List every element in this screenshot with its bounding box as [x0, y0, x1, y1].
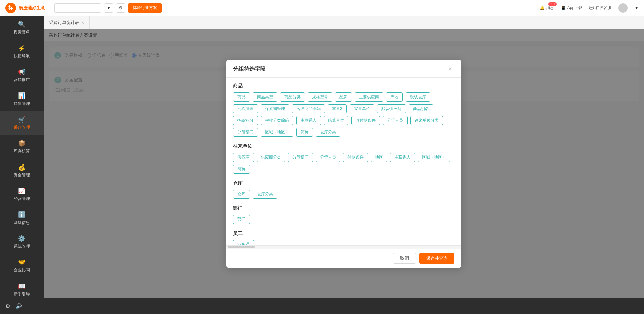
field-tag-goods-22[interactable]: 分管部门	[233, 128, 258, 137]
sidebar-label-11: 新手引导	[14, 291, 30, 297]
notification-btn[interactable]: 🔔 消息 99+	[540, 5, 554, 11]
sidebar-item-4[interactable]: 🛒采购管理	[0, 111, 44, 135]
notification-badge: 99+	[548, 2, 557, 6]
field-section-warehouse: 仓库仓库仓库分类	[233, 180, 454, 199]
settings-btn[interactable]: ⚙	[116, 3, 125, 13]
field-section-goods: 商品商品商品类型商品分类规格型号品牌主要供应商产地默认仓库批次管理保质期管理客户…	[233, 83, 454, 137]
sidebar-icon-7: 📈	[18, 187, 25, 195]
bottom-sound-icon[interactable]: 🔊	[15, 303, 22, 309]
tab-close-1[interactable]: ×	[82, 20, 84, 25]
top-right-area: 🔔 消息 99+ 📱 App下载 💬 在线客服 ▼	[540, 3, 639, 13]
field-tags-goods: 商品商品类型商品分类规格型号品牌主要供应商产地默认仓库批次管理保质期管理客户商品…	[233, 92, 454, 137]
field-tag-goods-25[interactable]: 仓库分类	[316, 128, 340, 137]
field-tag-goods-20[interactable]: 分管人员	[383, 116, 408, 125]
sidebar-label-0: 搜索菜单	[14, 29, 30, 35]
hscroll-track	[226, 246, 461, 249]
field-tag-partner-4[interactable]: 付款条件	[343, 153, 368, 162]
field-tag-goods-5[interactable]: 主要供应商	[355, 92, 383, 102]
field-tag-goods-17[interactable]: 主联系人	[296, 116, 321, 125]
field-tag-goods-12[interactable]: 零售单位	[350, 104, 374, 113]
sidebar-label-4: 采购管理	[14, 125, 30, 130]
search-dropdown-btn[interactable]: ▼	[104, 3, 113, 13]
field-tag-goods-10[interactable]: 客户商品编码	[292, 104, 325, 113]
field-tag-goods-8[interactable]: 批次管理	[233, 104, 258, 113]
online-service-btn[interactable]: 💬 在线客服	[589, 5, 611, 11]
confirm-button[interactable]: 保存并查询	[419, 253, 454, 264]
sidebar-icon-1: ⚡	[18, 45, 25, 52]
field-tag-goods-14[interactable]: 商品别名	[409, 104, 433, 113]
field-tag-goods-6[interactable]: 产地	[386, 92, 403, 102]
field-tag-goods-24[interactable]: 简称	[296, 128, 313, 137]
sidebar-icon-8: ℹ️	[18, 211, 25, 218]
field-tag-goods-23[interactable]: 区域（地区）	[261, 128, 293, 137]
sidebar-item-9[interactable]: ⚙️系统管理	[0, 230, 44, 254]
field-tag-partner-7[interactable]: 区域（地区）	[418, 153, 450, 162]
section-title-goods: 商品	[233, 83, 454, 89]
section-title-employee: 员工	[233, 231, 454, 237]
sidebar-item-6[interactable]: 💰资金管理	[0, 159, 44, 183]
search-input[interactable]	[54, 3, 101, 13]
sidebar-item-7[interactable]: 📈经营管理	[0, 183, 44, 206]
field-tag-goods-2[interactable]: 商品分类	[280, 92, 305, 102]
field-tag-partner-2[interactable]: 分管部门	[288, 153, 313, 162]
sidebar-label-6: 资金管理	[14, 172, 30, 178]
field-tag-goods-13[interactable]: 默认供应商	[377, 104, 406, 113]
modal-hscroll[interactable]	[226, 245, 461, 249]
sidebar-icon-0: 🔍	[18, 21, 25, 28]
sidebar-item-8[interactable]: ℹ️基础信息	[0, 206, 44, 230]
field-tag-goods-19[interactable]: 收付款条件	[351, 116, 380, 125]
field-tag-employee-0[interactable]: 业务员	[233, 240, 254, 245]
field-tag-warehouse-0[interactable]: 仓库	[233, 190, 250, 199]
field-tag-goods-1[interactable]: 商品类型	[253, 92, 277, 102]
avatar[interactable]	[618, 3, 628, 13]
sidebar-item-1[interactable]: ⚡快捷导航	[0, 40, 44, 64]
field-tag-goods-18[interactable]: 结算单位	[324, 116, 348, 125]
experience-btn[interactable]: 体验行业方案	[128, 3, 162, 13]
field-section-employee: 员工业务员	[233, 231, 454, 245]
field-tags-employee: 业务员	[233, 240, 454, 245]
hscroll-thumb[interactable]	[228, 246, 255, 248]
field-tag-partner-8[interactable]: 简称	[233, 165, 250, 174]
bottom-settings-icon[interactable]: ⚙	[5, 303, 10, 309]
field-tag-goods-0[interactable]: 商品	[233, 92, 250, 102]
download-icon: 📱	[561, 6, 566, 10]
sidebar-item-0[interactable]: 🔍搜索菜单	[0, 16, 44, 40]
app-download-btn[interactable]: 📱 App下载	[561, 5, 582, 11]
field-tag-goods-21[interactable]: 往来单位分类	[410, 116, 443, 125]
field-tag-goods-16[interactable]: 税收分类编码	[261, 116, 293, 125]
sidebar-item-10[interactable]: 🤝企业协同	[0, 254, 44, 278]
user-menu-icon[interactable]: ▼	[634, 5, 639, 10]
field-tag-partner-5[interactable]: 地区	[371, 153, 387, 162]
sidebar-items: 🔍搜索菜单⚡快捷导航📢营销推广📊销售管理🛒采购管理📦库存核算💰资金管理📈经营管理…	[0, 16, 44, 298]
field-tag-partner-0[interactable]: 供应商	[233, 153, 254, 162]
field-tag-goods-11[interactable]: 重量3	[328, 104, 347, 113]
field-tag-goods-4[interactable]: 品牌	[335, 92, 352, 102]
modal-overlay: 分组待选字段 × 商品商品商品类型商品分类规格型号品牌主要供应商产地默认仓库批次…	[44, 29, 644, 298]
sidebar-item-11[interactable]: 📖新手引导	[0, 278, 44, 298]
field-tag-partner-3[interactable]: 分管人员	[316, 153, 340, 162]
field-tag-goods-9[interactable]: 保质期管理	[261, 104, 289, 113]
tab-1[interactable]: 采购订单统计表×	[44, 16, 90, 29]
sidebar-icon-10: 🤝	[18, 259, 25, 266]
modal-title: 分组待选字段	[233, 66, 265, 73]
sidebar-item-5[interactable]: 📦库存核算	[0, 135, 44, 159]
field-tag-goods-7[interactable]: 默认仓库	[406, 92, 430, 102]
sidebar-item-3[interactable]: 📊销售管理	[0, 87, 44, 111]
section-title-department: 部门	[233, 205, 454, 211]
sidebar-icon-3: 📊	[18, 92, 25, 100]
field-tag-department-0[interactable]: 部门	[233, 215, 250, 224]
field-tag-goods-3[interactable]: 规格型号	[308, 92, 332, 102]
modal-close-btn[interactable]: ×	[446, 65, 454, 73]
field-tag-partner-6[interactable]: 主联系人	[390, 153, 415, 162]
main-content: 🔍搜索菜单⚡快捷导航📢营销推广📊销售管理🛒采购管理📦库存核算💰资金管理📈经营管理…	[0, 16, 644, 298]
sidebar-item-2[interactable]: 📢营销推广	[0, 64, 44, 87]
tab-bar: 首页采购订单统计表×新建方案×	[44, 16, 644, 29]
field-tag-partner-1[interactable]: 供应商分类	[257, 153, 285, 162]
field-tag-goods-15[interactable]: 拣货积分	[233, 116, 258, 125]
field-tag-warehouse-1[interactable]: 仓库分类	[253, 190, 277, 199]
search-area: ▼ ⚙	[54, 3, 125, 13]
cancel-button[interactable]: 取消	[393, 253, 416, 264]
sidebar-label-2: 营销推广	[14, 77, 30, 83]
modal-body[interactable]: 商品商品商品类型商品分类规格型号品牌主要供应商产地默认仓库批次管理保质期管理客户…	[226, 78, 461, 245]
section-title-partner: 往来单位	[233, 143, 454, 149]
